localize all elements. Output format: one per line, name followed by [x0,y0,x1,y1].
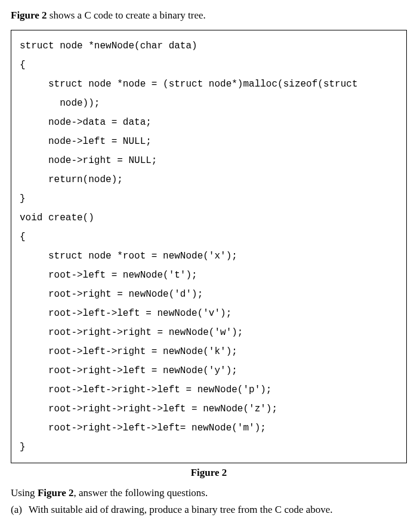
code-line: root->left->right = newNode('k'); [20,342,398,361]
intro-text: shows a C code to create a binary tree. [47,10,206,21]
code-line: { [20,56,398,75]
code-line: root->right = newNode('d'); [20,285,398,304]
code-line: root->left->right->left = newNode('p'); [20,380,398,399]
question-label: (a) [11,504,29,516]
page: Figure 2 shows a C code to create a bina… [0,0,420,517]
code-line: root->right->right->left = newNode('z'); [20,399,398,418]
followup-post: , answer the following questions. [73,487,208,498]
code-line: struct node *node = (struct node*)malloc… [20,75,398,94]
code-box: struct node *newNode(char data){ struct … [11,30,407,463]
code-line: { [20,227,398,247]
code-line: struct node *root = newNode('x'); [20,247,398,266]
followup-figure-ref: Figure 2 [38,487,74,498]
code-line: void create() [20,208,398,227]
code-line: root->left = newNode('t'); [20,266,398,285]
code-line: } [20,189,398,208]
code-line: root->left->left = newNode('v'); [20,304,398,323]
code-line: node->right = NULL; [20,151,398,170]
code-line: struct node *newNode(char data) [20,36,398,56]
code-line: root->right->left->left= newNode('m'); [20,418,398,438]
followup-paragraph: Using Figure 2, answer the following que… [11,487,407,499]
intro-figure-ref: Figure 2 [11,10,47,21]
code-line: root->right->right = newNode('w'); [20,323,398,342]
code-line: node->data = data; [20,113,398,132]
code-line: node)); [20,94,398,113]
code-line: node->left = NULL; [20,132,398,151]
code-line: return(node); [20,170,398,189]
code-line: root->right->left = newNode('y'); [20,361,398,380]
question-text: With suitable aid of drawing, produce a … [29,504,333,516]
intro-paragraph: Figure 2 shows a C code to create a bina… [11,10,407,21]
followup-pre: Using [11,487,38,498]
figure-caption: Figure 2 [11,467,407,479]
question-a: (a) With suitable aid of drawing, produc… [11,504,407,516]
code-line: } [20,438,398,457]
